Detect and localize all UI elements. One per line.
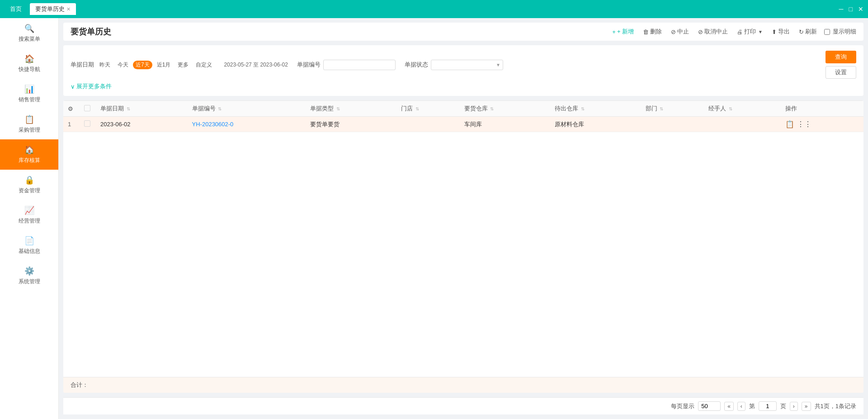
order-number-input[interactable] (323, 60, 396, 70)
table-area: ⚙ 单据日期 ⇅ 单据编号 ⇅ (63, 100, 863, 393)
sort-type-icon[interactable]: ⇅ (336, 106, 340, 111)
row-number-link[interactable]: YH-20230602-0 (192, 121, 234, 128)
new-button[interactable]: + + 新增 (610, 27, 636, 37)
sidebar-item-label: 资金管理 (19, 187, 40, 195)
sort-number-icon[interactable]: ⇅ (218, 106, 222, 111)
shortcut-1month[interactable]: 近1月 (154, 61, 174, 69)
th-type: 单据类型 ⇅ (306, 101, 396, 117)
top-bar: 首页 要货单历史 ✕ ─ □ ✕ (0, 0, 868, 18)
next-page-button[interactable]: › (790, 402, 798, 411)
shortcut-custom[interactable]: 自定义 (193, 61, 215, 69)
new-icon: + (612, 29, 616, 35)
row-index: 1 (63, 117, 80, 132)
sidebar-item-inventory[interactable]: 🏠 库存核算 (0, 139, 58, 170)
th-pending-warehouse: 待出仓库 ⇅ (550, 101, 641, 117)
refresh-icon: ↻ (799, 29, 804, 35)
maximize-icon[interactable]: □ (849, 5, 853, 13)
delete-button[interactable]: 🗑 删除 (641, 27, 664, 37)
sort-pending-warehouse-icon[interactable]: ⇅ (581, 106, 585, 111)
sidebar-item-label: 系统管理 (19, 278, 40, 286)
row-number: YH-20230602-0 (188, 117, 306, 132)
suspend-icon: ⊘ (671, 29, 676, 35)
print-icon: 🖨 (737, 29, 743, 35)
sort-store-icon[interactable]: ⇅ (415, 106, 419, 111)
cancel-suspend-label: 取消中止 (704, 28, 728, 36)
window-close-icon[interactable]: ✕ (858, 5, 863, 13)
page-number-input[interactable] (759, 401, 777, 411)
sidebar-item-label: 快捷导航 (19, 66, 40, 73)
expand-more[interactable]: ∨ 展开更多条件 (71, 82, 856, 90)
inventory-icon: 🏠 (24, 145, 34, 155)
th-date-label: 单据日期 (100, 105, 124, 112)
filter-row: 单据日期 昨天 今天 近7天 近1月 更多 自定义 2023-05-27 至 2… (71, 51, 856, 79)
row-checkbox (80, 117, 96, 132)
th-number: 单据编号 ⇅ (188, 101, 306, 117)
sidebar-item-purchase[interactable]: 📋 采购管理 (0, 109, 58, 139)
th-handler-label: 经手人 (708, 105, 726, 112)
tab-home[interactable]: 首页 (5, 3, 27, 15)
sort-date-icon[interactable]: ⇅ (127, 106, 130, 111)
filter-area: 单据日期 昨天 今天 近7天 近1月 更多 自定义 2023-05-27 至 2… (63, 45, 863, 96)
shortcut-yesterday[interactable]: 昨天 (97, 61, 113, 69)
th-date: 单据日期 ⇅ (96, 101, 188, 117)
cancel-suspend-button[interactable]: ⊘ 取消中止 (696, 27, 730, 37)
quick-nav-icon: 🏠 (24, 54, 34, 64)
th-checkbox (80, 101, 96, 117)
delete-icon: 🗑 (643, 29, 649, 35)
row-department (641, 117, 704, 132)
export-button[interactable]: ⬆ 导出 (770, 27, 792, 37)
status-select[interactable] (431, 60, 503, 70)
display-detail-checkbox[interactable] (824, 29, 830, 35)
row-edit-button[interactable]: 📋 (785, 120, 794, 129)
select-all-checkbox[interactable] (84, 105, 90, 111)
sort-req-warehouse-icon[interactable]: ⇅ (490, 106, 494, 111)
sort-handler-icon[interactable]: ⇅ (729, 106, 732, 111)
sidebar-item-operations[interactable]: 📈 经营管理 (0, 200, 58, 230)
row-pending-warehouse: 原材料仓库 (550, 117, 641, 132)
first-page-button[interactable]: « (724, 402, 734, 411)
print-button[interactable]: 🖨 打印 ▼ (735, 27, 764, 37)
th-store: 门店 ⇅ (396, 101, 460, 117)
action-buttons: 查询 设置 (826, 51, 856, 79)
prev-page-button[interactable]: ‹ (737, 402, 745, 411)
query-button[interactable]: 查询 (826, 51, 856, 63)
per-page-select[interactable]: 20 50 100 (698, 401, 721, 411)
filter-group-status: 单据状态 ▼ (405, 60, 503, 70)
sort-department-icon[interactable]: ⇅ (660, 106, 663, 111)
shortcut-more[interactable]: 更多 (175, 61, 191, 69)
sidebar-item-sales[interactable]: 📊 销售管理 (0, 79, 58, 109)
row-date: 2023-06-02 (96, 117, 188, 132)
sidebar-item-label: 基础信息 (19, 248, 40, 255)
minimize-icon[interactable]: ─ (839, 5, 844, 13)
sidebar: 🔍 搜索菜单 🏠 快捷导航 📊 销售管理 📋 采购管理 🏠 库存核算 🔒 资金管… (0, 18, 59, 419)
shortcut-today[interactable]: 今天 (115, 61, 131, 69)
close-tab-icon[interactable]: ✕ (66, 6, 71, 12)
row-actions: 📋 ⋮⋮ (781, 117, 863, 132)
sidebar-item-system[interactable]: ⚙️ 系统管理 (0, 261, 58, 291)
th-number-label: 单据编号 (192, 105, 216, 112)
toolbar: + + 新增 🗑 删除 ⊘ 中止 ⊘ 取消中止 🖨 打印 (610, 27, 856, 37)
row-more-button[interactable]: ⋮⋮ (797, 120, 811, 129)
sidebar-item-quick-nav[interactable]: 🏠 快捷导航 (0, 48, 58, 79)
settings-button[interactable]: 设置 (826, 66, 856, 79)
page-header: 要货单历史 + + 新增 🗑 删除 ⊘ 中止 ⊘ 取消中止 (63, 23, 863, 41)
settings-icon[interactable]: ⚙ (68, 105, 73, 112)
row-type: 要货单要货 (306, 117, 396, 132)
delete-label: 删除 (650, 28, 662, 36)
last-page-button[interactable]: » (802, 402, 811, 411)
chevron-down-icon: ∨ (71, 83, 75, 90)
search-menu-icon: 🔍 (24, 24, 34, 33)
sidebar-item-finance[interactable]: 🔒 资金管理 (0, 170, 58, 200)
sidebar-item-search-menu[interactable]: 🔍 搜索菜单 (0, 18, 58, 48)
sidebar-item-basic-info[interactable]: 📄 基础信息 (0, 230, 58, 261)
shortcut-7days[interactable]: 近7天 (133, 61, 152, 69)
display-detail-toggle[interactable]: 显示明细 (824, 28, 856, 36)
sidebar-item-label: 采购管理 (19, 126, 40, 134)
tab-requisition-history[interactable]: 要货单历史 ✕ (30, 3, 76, 15)
row-select-checkbox[interactable] (84, 120, 90, 127)
filter-group-date-range: 2023-05-27 至 2023-06-02 (224, 61, 288, 69)
filter-group-date: 单据日期 昨天 今天 近7天 近1月 更多 自定义 (71, 61, 215, 69)
pagination-summary: 共1页，1条记录 (815, 402, 856, 410)
refresh-button[interactable]: ↻ 刷新 (797, 27, 819, 37)
suspend-button[interactable]: ⊘ 中止 (669, 27, 691, 37)
